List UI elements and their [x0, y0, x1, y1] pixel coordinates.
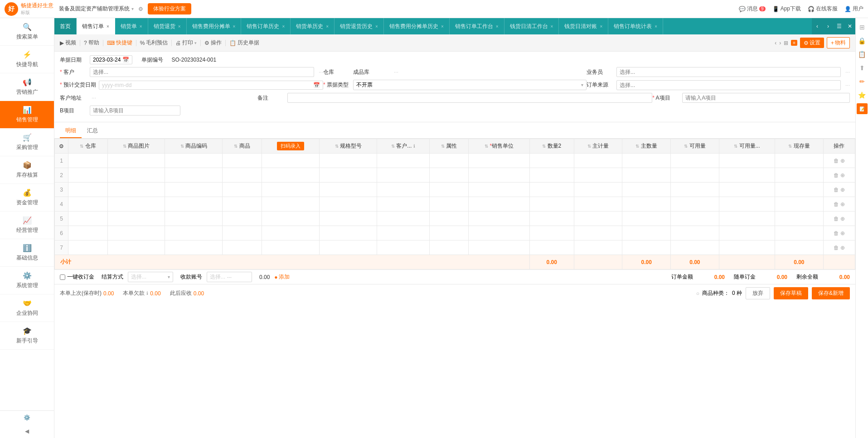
row-qty2-3[interactable] [529, 183, 574, 197]
delete-icon-2[interactable]: 🗑 [834, 172, 839, 178]
row-custcode-1[interactable] [377, 154, 430, 168]
tab-close-slip-history[interactable]: × [326, 24, 329, 29]
b-project-input[interactable] [90, 106, 180, 116]
th-spec[interactable]: ⇅ 规格型号 [320, 139, 377, 154]
tab-expense-history[interactable]: 销售费用分摊单历史 × [384, 18, 450, 34]
copy-icon-7[interactable]: ⊕ [840, 245, 845, 251]
tab-workbench[interactable]: 销售订单工作台 × [450, 18, 504, 34]
save-draft-btn[interactable]: 保存草稿 [774, 287, 808, 299]
copy-icon-2[interactable]: ⊕ [840, 172, 845, 178]
right-panel-icon-6[interactable]: ⭐ [857, 90, 868, 101]
tab-prev-btn[interactable]: ‹ [812, 18, 823, 34]
scan-btn[interactable]: 扫码录入 [277, 142, 304, 150]
th-image[interactable]: ⇅ 商品图片 [107, 139, 165, 154]
row-attr-6[interactable] [429, 226, 469, 241]
sidebar-item-inventory[interactable]: 📦 库存核算 [0, 156, 54, 184]
row-mainqty-2[interactable] [622, 168, 671, 183]
row-spec-5[interactable] [320, 212, 377, 226]
right-panel-icon-2[interactable]: 🔒 [857, 35, 868, 46]
tab-close-order-history[interactable]: × [282, 24, 285, 29]
row-unit-1[interactable] [469, 154, 529, 168]
one-click-checkbox[interactable] [60, 274, 65, 280]
industry-btn[interactable]: 体验行业方案 [148, 3, 191, 14]
row-unit-2[interactable] [469, 168, 529, 183]
tab-return-history[interactable]: 销货退货历史 × [335, 18, 384, 34]
sidebar-item-search[interactable]: 🔍 搜索菜单 [0, 18, 54, 46]
delete-icon-6[interactable]: 🗑 [834, 230, 839, 236]
toolbar-list-icon[interactable]: ≡ [791, 40, 797, 46]
save-new-btn[interactable]: 保存&新增 [812, 287, 850, 299]
copy-icon-6[interactable]: ⊕ [840, 230, 845, 236]
row-warehouse-2[interactable] [68, 168, 108, 183]
row-custcode-4[interactable] [377, 197, 430, 212]
tab-close-workbench[interactable]: × [496, 24, 499, 29]
settings-button[interactable]: ⚙ 设置 [800, 38, 824, 48]
add-payment-btn[interactable]: ● 添加 [274, 273, 289, 281]
address-dots[interactable]: ··· [92, 95, 96, 101]
delete-icon-7[interactable]: 🗑 [834, 245, 839, 251]
row-code-4[interactable] [165, 197, 223, 212]
sidebar-item-enterprise[interactable]: 🤝 企业协同 [0, 294, 54, 322]
row-unit-5[interactable] [469, 212, 529, 226]
user-avatar[interactable]: 👤 用户 [844, 5, 863, 13]
delete-icon-5[interactable]: 🗑 [834, 216, 839, 222]
tab-close-return-history[interactable]: × [375, 24, 378, 29]
sidebar-item-basic[interactable]: ℹ️ 基础信息 [0, 239, 54, 267]
tab-daily-workbench[interactable]: 钱货日清工作台 × [504, 18, 559, 34]
row-product-4[interactable] [222, 197, 262, 212]
th-current[interactable]: ⇅ 现存量 [775, 139, 823, 154]
copy-icon-4[interactable]: ⊕ [840, 201, 845, 207]
right-panel-icon-1[interactable]: ⊞ [857, 22, 868, 33]
row-attr-1[interactable] [429, 154, 469, 168]
row-code-7[interactable] [165, 241, 223, 255]
sidebar-settings[interactable]: ⚙️ [0, 411, 54, 424]
tab-sales-order[interactable]: 销售订单 × [77, 18, 115, 34]
sidebar-item-operation[interactable]: 📈 经营管理 [0, 212, 54, 239]
account-dots[interactable]: ··· [227, 274, 232, 280]
tab-menu-btn[interactable]: ☰ [834, 18, 844, 34]
copy-icon-1[interactable]: ⊕ [840, 158, 845, 164]
th-settings[interactable]: ⚙ [55, 139, 68, 154]
invoice-select[interactable]: 不开票 ▾ [353, 80, 587, 90]
delivery-input[interactable]: yyyy-mm-dd 📅 [99, 81, 323, 90]
right-panel-icon-5[interactable]: ✏ [857, 76, 868, 87]
row-qty2-6[interactable] [529, 226, 574, 241]
row-warehouse-3[interactable] [68, 183, 108, 197]
row-product-2[interactable] [222, 168, 262, 183]
note-input[interactable] [287, 93, 653, 103]
row-product-1[interactable] [222, 154, 262, 168]
order-source-dots[interactable]: ··· [845, 82, 850, 88]
row-code-6[interactable] [165, 226, 223, 241]
row-mainqty-1[interactable] [622, 154, 671, 168]
row-mainqty-6[interactable] [622, 226, 671, 241]
row-warehouse-1[interactable] [68, 154, 108, 168]
th-main-qty[interactable]: ⇅ 主数量 [622, 139, 671, 154]
row-mainqty-7[interactable] [622, 241, 671, 255]
row-custcode-2[interactable] [377, 168, 430, 183]
staff-input[interactable] [616, 67, 841, 77]
row-attr-7[interactable] [429, 241, 469, 255]
app-download-btn[interactable]: 📱 App下载 [772, 5, 801, 13]
row-warehouse-6[interactable] [68, 226, 108, 241]
customer-dots[interactable]: ··· [319, 69, 323, 75]
toolbar-print[interactable]: 🖨 打印 ▾ [175, 39, 197, 47]
th-warehouse[interactable]: ⇅ 仓库 [68, 139, 108, 154]
customer-input[interactable] [90, 67, 314, 77]
row-attr-2[interactable] [429, 168, 469, 183]
row-unit-4[interactable] [469, 197, 529, 212]
row-code-1[interactable] [165, 154, 223, 168]
th-qty2[interactable]: ⇅ 数量2 [529, 139, 574, 154]
row-custcode-7[interactable] [377, 241, 430, 255]
tab-close-statistics[interactable]: × [655, 24, 657, 29]
row-attr-3[interactable] [429, 183, 469, 197]
tab-close-expense[interactable]: × [233, 24, 236, 29]
row-spec-6[interactable] [320, 226, 377, 241]
toolbar-operation[interactable]: ⚙ 操作 [204, 39, 222, 47]
row-spec-2[interactable] [320, 168, 377, 183]
copy-icon-3[interactable]: ⊕ [840, 187, 845, 193]
copy-icon-5[interactable]: ⊕ [840, 216, 845, 222]
tab-close-reconcile[interactable]: × [600, 24, 602, 29]
row-qty2-2[interactable] [529, 168, 574, 183]
th-available2[interactable]: ⇅ 可用量... [719, 139, 775, 154]
row-attr-5[interactable] [429, 212, 469, 226]
